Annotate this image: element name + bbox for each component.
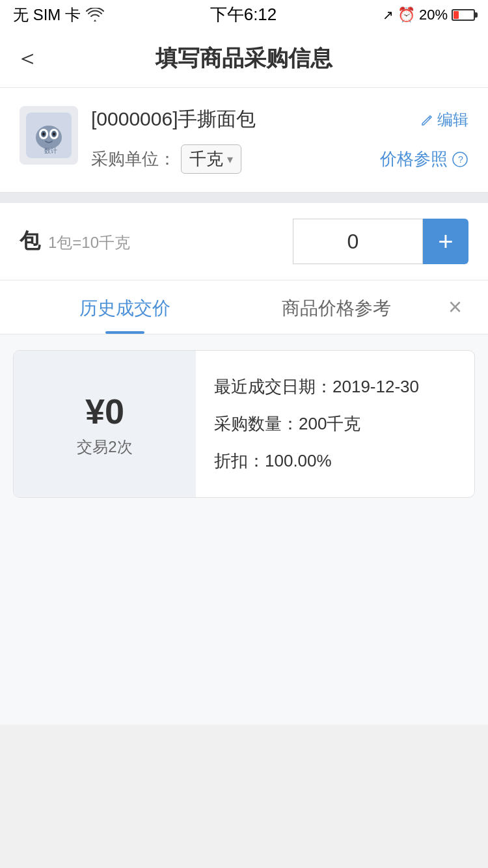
purchase-qty-row: 采购数量：200千克 <box>214 411 456 437</box>
tab-price-ref-label: 商品价格参考 <box>282 298 391 318</box>
latest-date-label: 最近成交日期： <box>214 377 332 396</box>
product-header: 数计 [0000006]手撕面包 编辑 采购单位： 千克 <box>20 106 468 174</box>
latest-date-row: 最近成交日期：2019-12-30 <box>214 374 456 400</box>
help-circle-icon: ? <box>452 151 468 168</box>
product-info: [0000006]手撕面包 编辑 采购单位： 千克 ▾ <box>91 106 468 174</box>
tab-history-label: 历史成交价 <box>79 298 170 318</box>
unit-row: 采购单位： 千克 ▾ 价格参照 ? <box>91 144 468 174</box>
unit-select[interactable]: 千克 ▾ <box>181 144 241 174</box>
price-amount: ¥0 <box>85 391 124 431</box>
svg-text:?: ? <box>458 154 463 165</box>
status-right: ↗ ⏰ 20% <box>383 7 475 23</box>
back-button[interactable]: ＜ <box>16 42 39 74</box>
edit-label: 编辑 <box>437 109 468 130</box>
price-card-right: 最近成交日期：2019-12-30 采购数量：200千克 折扣：100.00% <box>196 351 474 497</box>
quantity-conversion: 1包=10千克 <box>48 232 130 253</box>
carrier-text: 无 SIM 卡 <box>13 5 81 25</box>
product-card: 数计 [0000006]手撕面包 编辑 采购单位： 千克 <box>0 88 488 193</box>
status-bar: 无 SIM 卡 下午6:12 ↗ ⏰ 20% <box>0 0 488 29</box>
quantity-left: 包 1包=10千克 <box>20 227 130 256</box>
battery-percent: 20% <box>419 7 448 23</box>
purchase-qty-value: 200千克 <box>299 414 360 433</box>
svg-point-1 <box>36 126 62 149</box>
quantity-input-group: + <box>293 219 468 264</box>
tabs-close-button[interactable]: × <box>442 293 468 321</box>
history-section: ¥0 交易2次 最近成交日期：2019-12-30 采购数量：200千克 折扣：… <box>0 334 488 725</box>
discount-label: 折扣： <box>214 451 265 470</box>
unit-value: 千克 <box>189 148 223 170</box>
discount-value: 100.00% <box>265 451 332 470</box>
latest-date-value: 2019-12-30 <box>332 377 419 396</box>
svg-text:数计: 数计 <box>44 147 57 154</box>
svg-point-6 <box>42 133 45 136</box>
battery-icon <box>452 9 475 21</box>
wifi-icon <box>86 8 104 22</box>
product-name-row: [0000006]手撕面包 编辑 <box>91 106 468 133</box>
price-ref-label: 价格参照 <box>380 148 448 170</box>
battery-fill <box>454 11 459 19</box>
section-divider <box>0 193 488 203</box>
alarm-icon: ⏰ <box>398 7 415 23</box>
price-card-left: ¥0 交易2次 <box>14 351 196 497</box>
nav-bar: ＜ 填写商品采购信息 <box>0 29 488 88</box>
tab-history-price[interactable]: 历史成交价 <box>20 280 230 334</box>
svg-point-7 <box>53 133 55 136</box>
unit-label: 采购单位： <box>91 148 176 170</box>
edit-icon <box>420 113 435 127</box>
owl-logo-icon: 数计 <box>26 113 72 158</box>
product-thumbnail: 数计 <box>20 106 78 165</box>
price-trades: 交易2次 <box>77 437 132 457</box>
price-reference-button[interactable]: 价格参照 ? <box>380 148 468 170</box>
quantity-row: 包 1包=10千克 + <box>0 203 488 280</box>
page-title: 填写商品采购信息 <box>156 44 332 74</box>
tab-price-reference[interactable]: 商品价格参考 <box>230 280 441 334</box>
purchase-qty-label: 采购数量： <box>214 414 299 433</box>
quantity-plus-button[interactable]: + <box>423 219 468 264</box>
edit-button[interactable]: 编辑 <box>420 109 468 130</box>
quantity-unit-label: 包 <box>20 227 40 256</box>
price-card: ¥0 交易2次 最近成交日期：2019-12-30 采购数量：200千克 折扣：… <box>13 350 475 498</box>
status-time: 下午6:12 <box>210 3 277 26</box>
discount-row: 折扣：100.00% <box>214 448 456 474</box>
quantity-input[interactable] <box>293 219 423 264</box>
chevron-down-icon: ▾ <box>227 152 233 167</box>
product-name: [0000006]手撕面包 <box>91 106 256 133</box>
location-icon: ↗ <box>383 7 394 23</box>
tabs-container: 历史成交价 商品价格参考 × <box>0 280 488 334</box>
status-left: 无 SIM 卡 <box>13 5 104 25</box>
